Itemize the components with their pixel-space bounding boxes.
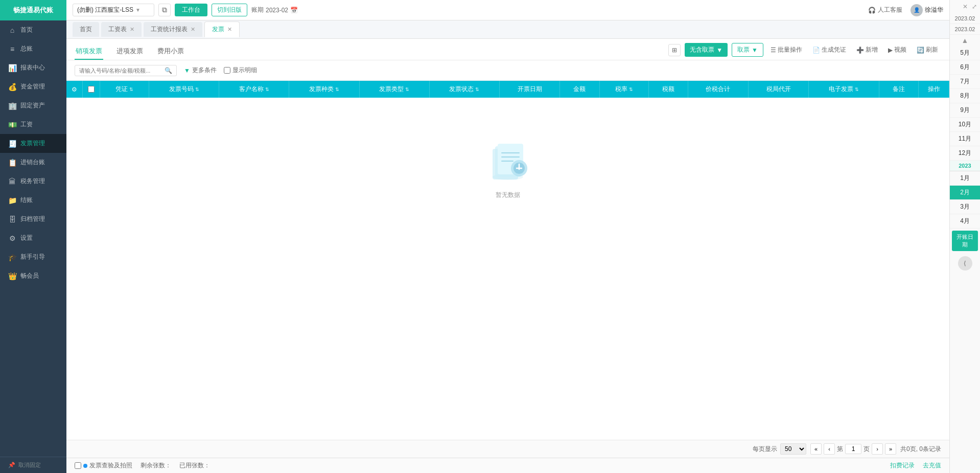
- sidebar-item-funds[interactable]: 💰 资金管理: [0, 77, 66, 96]
- tab-home[interactable]: 首页: [73, 22, 99, 37]
- sub-tab-sales-label: 销项发票: [76, 47, 102, 55]
- sidebar-item-close[interactable]: 📁 结账: [0, 191, 66, 210]
- tab-payroll-close[interactable]: ✕: [130, 26, 134, 33]
- no-tax-btn[interactable]: 无含取票 ▼: [685, 43, 728, 57]
- sidebar-item-label: 进销台账: [20, 158, 45, 167]
- settings-icon: ⚙: [8, 234, 16, 242]
- scroll-up-icon[interactable]: ▲: [950, 35, 980, 46]
- col-checkbox[interactable]: [83, 81, 100, 98]
- month-12[interactable]: 12月: [950, 146, 980, 161]
- sort-status-icon[interactable]: ⇅: [475, 87, 479, 92]
- sidebar-item-assets[interactable]: 🏢 固定资产: [0, 96, 66, 115]
- tab-payroll-report[interactable]: 工资统计报表 ✕: [144, 22, 202, 37]
- tab-invoice-close[interactable]: ✕: [227, 26, 232, 33]
- service-link[interactable]: 🎧 人工客服: [868, 6, 902, 14]
- sidebar-item-home[interactable]: ⌂ 首页: [0, 20, 66, 39]
- month-11[interactable]: 11月: [950, 132, 980, 146]
- company-selector[interactable]: (勿删) 江西服宝-LSS ▼: [73, 4, 154, 16]
- month-3[interactable]: 3月: [950, 200, 980, 214]
- recharge-link[interactable]: 去充值: [923, 461, 941, 470]
- show-detail-checkbox[interactable]: [224, 67, 230, 74]
- new-btn[interactable]: ➕ 新增: [853, 43, 881, 56]
- invoice-check[interactable]: 发票查验及拍照: [75, 461, 132, 470]
- panel-header: ✕ ⤢: [950, 0, 980, 13]
- page-label: 第: [837, 445, 843, 454]
- sidebar-item-archive[interactable]: 🗄 归档管理: [0, 210, 66, 229]
- sort-elec-icon[interactable]: ⇅: [855, 87, 859, 92]
- tab-payroll-report-close[interactable]: ✕: [191, 26, 195, 33]
- month-8[interactable]: 8月: [950, 89, 980, 103]
- grid-view-btn[interactable]: ⊞: [668, 44, 681, 56]
- header-right: 🎧 人工客服 👤 徐溢华: [868, 4, 943, 16]
- dropdown-arrow-icon2: ▼: [752, 47, 758, 54]
- deduction-link[interactable]: 扣费记录: [890, 461, 915, 470]
- month-9[interactable]: 9月: [950, 103, 980, 118]
- tax-icon: 🏛: [8, 177, 16, 186]
- collapse-panel-btn[interactable]: ⟨: [958, 256, 972, 271]
- select-all-checkbox[interactable]: [88, 86, 95, 93]
- open-date-button[interactable]: 开账日期: [952, 231, 978, 251]
- switch-version-button[interactable]: 切到旧版: [212, 4, 247, 16]
- sidebar-item-sales[interactable]: 📋 进销台账: [0, 153, 66, 172]
- sidebar-item-reports[interactable]: 📊 报表中心: [0, 58, 66, 77]
- table-footer: 每页显示 50 10 20 100 « ‹ 第 页 › » 共0页, 0条记录: [66, 440, 949, 458]
- sort-taxrate-icon[interactable]: ⇅: [629, 87, 633, 92]
- sidebar-item-invoice[interactable]: 🧾 发票管理: [0, 134, 66, 153]
- sub-tab-receipt[interactable]: 费用小票: [156, 43, 185, 60]
- sidebar-item-settings[interactable]: ⚙ 设置: [0, 229, 66, 247]
- sidebar-item-ledger[interactable]: ≡ 总账: [0, 39, 66, 58]
- tab-invoice[interactable]: 发票 ✕: [204, 21, 240, 37]
- sidebar-item-member[interactable]: 👑 畅会员: [0, 266, 66, 285]
- show-detail-toggle[interactable]: 显示明细: [224, 66, 257, 75]
- month-5[interactable]: 5月: [950, 46, 980, 60]
- sort-voucher-icon[interactable]: ⇅: [129, 87, 133, 92]
- refresh-btn[interactable]: 🔄 刷新: [914, 43, 941, 56]
- month-7[interactable]: 7月: [950, 75, 980, 89]
- gen-voucher-btn[interactable]: 📄 生成凭证: [809, 43, 849, 56]
- sort-invcat-icon[interactable]: ⇅: [405, 87, 409, 92]
- copy-button[interactable]: ⧉: [158, 4, 171, 16]
- sidebar-item-guide[interactable]: 🎓 新手引导: [0, 247, 66, 266]
- tab-payroll[interactable]: 工资表 ✕: [101, 22, 142, 37]
- col-op: 操作: [919, 81, 949, 98]
- first-page-btn[interactable]: «: [810, 443, 822, 455]
- sidebar-item-label: 设置: [20, 234, 33, 242]
- video-btn[interactable]: ▶ 视频: [885, 43, 909, 56]
- sub-tab-purchase[interactable]: 进项发票: [115, 43, 144, 60]
- dropdown-arrow-icon: ▼: [716, 47, 722, 54]
- col-status: 发票状态⇅: [429, 81, 499, 98]
- page-input[interactable]: [845, 444, 861, 454]
- sidebar: 畅捷通易代账 ⌂ 首页 ≡ 总账 📊 报表中心 💰 资金管理 🏢 固定资产 💵 …: [0, 0, 66, 473]
- filter-btn[interactable]: ▼ 更多条件: [181, 64, 220, 76]
- sidebar-item-payroll[interactable]: 💵 工资: [0, 115, 66, 134]
- per-page-select[interactable]: 50 10 20 100: [780, 443, 806, 455]
- sort-customer-icon[interactable]: ⇅: [265, 87, 269, 92]
- take-btn[interactable]: 取票 ▼: [732, 43, 763, 57]
- col-settings[interactable]: ⚙: [66, 81, 83, 98]
- user-info[interactable]: 👤 徐溢华: [911, 4, 943, 16]
- chevron-down-icon: ▼: [135, 7, 141, 13]
- panel-close-btn[interactable]: ✕: [962, 2, 969, 11]
- sidebar-item-tax[interactable]: 🏛 税务管理: [0, 172, 66, 191]
- batch-op-btn[interactable]: ☰ 批量操作: [767, 43, 805, 56]
- month-4[interactable]: 4月: [950, 214, 980, 229]
- page-content: 销项发票 进项发票 费用小票 ⊞ 无含取票 ▼ 取票 ▼ ☰: [66, 39, 949, 473]
- username: 徐溢华: [925, 6, 943, 14]
- panel-expand-btn[interactable]: ⤢: [971, 2, 978, 11]
- month-10[interactable]: 10月: [950, 118, 980, 132]
- next-page-btn[interactable]: ›: [872, 443, 883, 455]
- col-tax-rate: 税率⇅: [599, 81, 648, 98]
- sub-tab-sales[interactable]: 销项发票: [75, 43, 103, 60]
- workbench-button[interactable]: 工作台: [175, 4, 207, 16]
- sales-icon: 📋: [8, 159, 16, 167]
- prev-page-btn[interactable]: ‹: [824, 443, 835, 455]
- search-input[interactable]: [79, 67, 162, 74]
- sidebar-pin-btn[interactable]: 📌 取消固定: [0, 457, 66, 473]
- month-1[interactable]: 1月: [950, 171, 980, 186]
- month-2-active[interactable]: 2月: [950, 186, 980, 200]
- invoice-check-checkbox[interactable]: [75, 462, 81, 469]
- sort-invno-icon[interactable]: ⇅: [195, 87, 199, 92]
- sort-invtype-icon[interactable]: ⇅: [335, 87, 339, 92]
- last-page-btn[interactable]: »: [885, 443, 896, 455]
- month-6[interactable]: 6月: [950, 60, 980, 75]
